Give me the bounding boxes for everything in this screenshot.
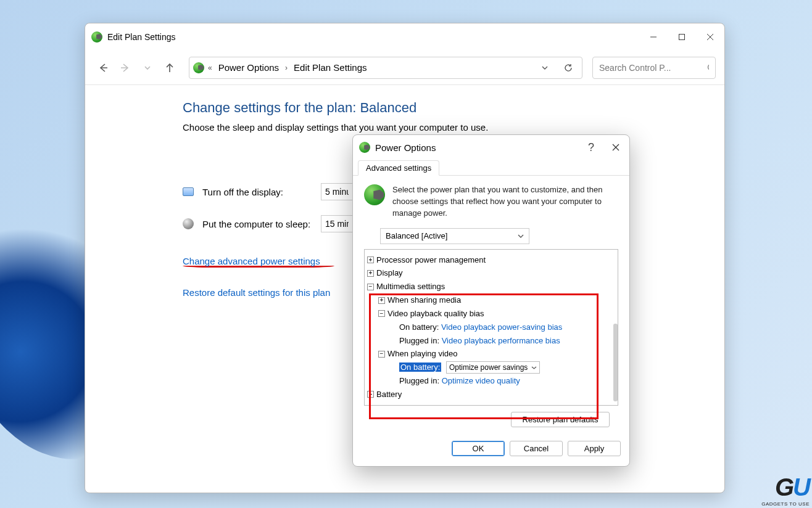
plan-select-dropdown[interactable]: Balanced [Active] <box>380 228 529 244</box>
apply-button[interactable]: Apply <box>568 441 621 456</box>
search-icon <box>707 63 709 72</box>
restore-defaults-link[interactable]: Restore default settings for this plan <box>183 287 330 298</box>
tree-battery[interactable]: Battery <box>376 390 402 399</box>
cancel-button[interactable]: Cancel <box>510 441 563 456</box>
change-advanced-link[interactable]: Change advanced power settings <box>183 256 320 266</box>
maximize-button[interactable] <box>668 23 696 51</box>
minimize-button[interactable] <box>639 23 668 51</box>
refresh-icon[interactable] <box>558 58 578 78</box>
power-options-icon <box>91 31 102 43</box>
tree-video-bias[interactable]: Video playback quality bias <box>387 309 484 318</box>
tree-sharing-media[interactable]: When sharing media <box>387 295 461 305</box>
power-options-dialog: Power Options ? Advanced settings Select… <box>352 134 630 467</box>
expand-icon[interactable]: + <box>367 256 374 263</box>
ok-button[interactable]: OK <box>452 441 505 456</box>
sleep-value[interactable] <box>321 215 353 232</box>
playing-battery-label[interactable]: On battery: <box>399 363 441 372</box>
playing-plugged-value[interactable]: Optimize video quality <box>442 376 520 385</box>
video-bias-battery-label: On battery: <box>399 322 439 332</box>
nav-toolbar: « Power Options › Edit Plan Settings <box>85 51 724 85</box>
tree-processor[interactable]: Processor power management <box>376 255 486 264</box>
collapse-icon[interactable]: − <box>378 351 385 358</box>
page-heading: Change settings for the plan: Balanced <box>183 100 702 116</box>
chevron-left-icon: « <box>208 63 212 72</box>
chevron-down-icon <box>531 365 537 371</box>
power-options-icon <box>364 184 385 205</box>
address-dropdown-icon[interactable] <box>535 58 555 78</box>
tree-playing-video[interactable]: When playing video <box>387 349 457 358</box>
watermark: GU GADGETS TO USE <box>761 473 810 507</box>
nav-forward-icon[interactable] <box>116 58 135 78</box>
close-button[interactable] <box>696 23 724 51</box>
search-box[interactable] <box>592 57 716 79</box>
video-bias-plugged-value[interactable]: Video playback performance bias <box>442 336 560 345</box>
dialog-button-row: OK Cancel Apply <box>353 437 629 466</box>
tab-advanced-settings[interactable]: Advanced settings <box>358 160 439 176</box>
sleep-label: Put the computer to sleep: <box>202 219 321 229</box>
restore-defaults-button[interactable]: Restore plan defaults <box>511 412 610 427</box>
window-title: Edit Plan Settings <box>107 32 176 42</box>
breadcrumb-power-options[interactable]: Power Options <box>216 61 281 74</box>
tree-multimedia[interactable]: Multimedia settings <box>376 282 445 291</box>
power-options-icon <box>359 142 370 153</box>
page-subhead: Choose the sleep and display settings th… <box>183 122 702 133</box>
collapse-icon[interactable]: − <box>378 310 385 317</box>
expand-icon[interactable]: + <box>367 270 374 277</box>
dialog-title: Power Options <box>375 142 436 153</box>
video-bias-battery-value[interactable]: Video playback power-saving bias <box>441 322 562 332</box>
dialog-body: Select the power plan that you want to c… <box>353 176 629 437</box>
expand-icon[interactable]: + <box>367 391 374 398</box>
display-icon <box>183 187 194 196</box>
power-options-icon <box>193 62 204 73</box>
dialog-intro-text: Select the power plan that you want to c… <box>392 184 618 219</box>
video-bias-plugged-label: Plugged in: <box>399 336 439 345</box>
turn-off-display-label: Turn off the display: <box>202 187 321 197</box>
plan-select-value: Balanced [Active] <box>386 231 447 240</box>
tree-scrollbar[interactable] <box>613 324 618 401</box>
dialog-titlebar: Power Options ? <box>353 135 629 160</box>
svg-rect-1 <box>679 34 685 39</box>
turn-off-display-value[interactable] <box>321 183 353 200</box>
titlebar: Edit Plan Settings <box>85 23 724 51</box>
playing-battery-value: Optimize power savings <box>449 361 528 374</box>
chevron-right-icon: › <box>285 63 288 72</box>
playing-battery-dropdown[interactable]: Optimize power savings <box>446 361 540 374</box>
tree-display[interactable]: Display <box>376 268 403 277</box>
dialog-tabstrip: Advanced settings <box>353 160 629 176</box>
dialog-close-button[interactable] <box>602 135 629 160</box>
help-button[interactable]: ? <box>580 141 602 154</box>
collapse-icon[interactable]: − <box>367 284 374 290</box>
playing-plugged-label: Plugged in: <box>399 376 439 385</box>
nav-history-dropdown[interactable] <box>138 58 157 78</box>
moon-icon <box>183 218 194 229</box>
breadcrumb-edit-plan[interactable]: Edit Plan Settings <box>291 61 369 74</box>
expand-icon[interactable]: + <box>378 297 385 304</box>
nav-back-icon[interactable] <box>94 58 112 78</box>
search-input[interactable] <box>599 63 707 73</box>
nav-up-icon[interactable] <box>160 58 179 78</box>
chevron-down-icon <box>518 233 524 239</box>
address-bar[interactable]: « Power Options › Edit Plan Settings <box>189 57 582 79</box>
settings-tree[interactable]: +Processor power management +Display −Mu… <box>364 249 618 406</box>
svg-point-7 <box>708 64 710 70</box>
